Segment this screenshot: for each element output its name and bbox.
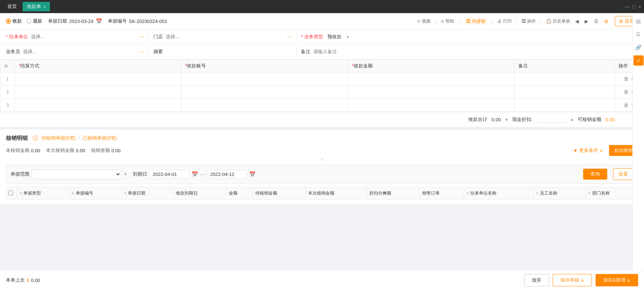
history-link[interactable]: 📋 历史单据 (546, 18, 570, 24)
radio-group: 收款 退款 (6, 18, 42, 24)
sidebar-list-icon[interactable]: ☰ (633, 29, 644, 39)
row3-delete-icon[interactable]: 🗑 (624, 102, 629, 108)
row3-amount[interactable] (348, 99, 514, 112)
table-row: 1 🗑 ⧉ (0, 72, 644, 86)
range-select[interactable] (32, 169, 121, 179)
next-icon[interactable]: ▶ (585, 19, 588, 24)
row2-settlement[interactable] (15, 86, 181, 99)
range-dropdown-icon[interactable]: ▼ (123, 172, 127, 176)
stat-this-verify-label: 本次核销金额 (46, 147, 74, 154)
more-conditions-link[interactable]: ▼ 更多条件 ∧ (573, 147, 603, 154)
row1-remarks[interactable] (514, 72, 614, 86)
save-new-button[interactable]: 保存&新增 ∧ (596, 274, 638, 286)
row1-account[interactable] (181, 72, 348, 86)
staff-ellipsis[interactable]: ··· (140, 48, 144, 55)
bottom-th-this-verify: 本次核销金额 (306, 187, 367, 200)
row1-delete-icon[interactable]: 🗑 (624, 76, 629, 82)
date-end-input[interactable] (207, 170, 247, 179)
footer-info-icon[interactable]: ℹ (27, 278, 29, 283)
main-content: 收款 退款 单据日期 2023-03-24 📅 单据编号 SK-20230324… (0, 13, 644, 290)
store-input[interactable] (164, 32, 284, 41)
select-all-checkbox[interactable] (8, 191, 13, 195)
verify-tab-done[interactable]: 已核销单据(0笔) (83, 134, 117, 142)
verify-title: 核销明细 (6, 135, 28, 142)
maximize-icon[interactable]: □ (633, 4, 636, 9)
footer-hint: 本单上次 ℹ 0.00 (6, 277, 40, 283)
table-gear-icon[interactable]: ⚙ (4, 63, 8, 69)
date-start-input[interactable] (149, 170, 189, 179)
prev-icon[interactable]: ◀ (575, 19, 579, 24)
operations-link[interactable]: ☰ 操作 (522, 18, 536, 24)
row3-account[interactable] (181, 99, 348, 112)
list-view-icon[interactable]: ☰ (594, 19, 598, 24)
total-label: 收款合计 (468, 116, 487, 123)
remarks-input[interactable] (312, 47, 638, 56)
row1-settlement[interactable] (15, 72, 181, 86)
row1-amount[interactable] (348, 72, 514, 86)
stat-diff-label: 核销差额 (91, 147, 110, 154)
sidebar-table-icon[interactable]: ▤ (633, 16, 644, 26)
nav-tab-active[interactable]: 收款单 × (23, 2, 50, 11)
store-ellipsis[interactable]: ··· (287, 34, 292, 40)
toolbar-number-field: 单据编号 SK-20230324-001 (108, 18, 168, 24)
radio-circle-tuikuan (26, 19, 31, 24)
verify-stats: 未核销金额 0.00 本次核销金额 0.00 核销差额 0.00 ▼ 更多条件 … (6, 145, 638, 156)
radio-tuikuan[interactable]: 退款 (26, 18, 42, 24)
search-fields: 单据范围 ▼ 到期日 📅 — 📅 查询 设置 (6, 164, 638, 184)
bottom-th-date: ⇅ 单据日期 (121, 187, 173, 200)
help-link[interactable]: ⊙ 帮助 (441, 18, 454, 24)
print-link[interactable]: 🖨 打印 (497, 18, 511, 24)
row3-remarks[interactable] (514, 99, 614, 112)
date-label: 单据日期 (48, 18, 67, 24)
business-type-dropdown-icon[interactable]: ▼ (346, 35, 350, 39)
video-link[interactable]: ⊙ 视频 (417, 18, 431, 24)
bottom-th-due-date: 收款到期日 (174, 187, 227, 200)
table-section: ⚙ *结算方式 *收款账号 *收款金额 备注 操作 (0, 59, 644, 127)
form-card: 收款 退款 单据日期 2023-03-24 📅 单据编号 SK-20230324… (0, 13, 644, 127)
verify-section: 核销明细 i 待核销单据(0笔) | 已核销单据(0笔) 未核销金额 0.00 … (0, 130, 644, 204)
verify-info-icon[interactable]: i (33, 136, 38, 141)
row3-settlement[interactable] (15, 99, 181, 112)
counterpart-ellipsis[interactable]: ··· (140, 34, 144, 40)
verify-tab-pending[interactable]: 待核销单据(0笔) (42, 134, 76, 142)
nav-tab-home[interactable]: 首页 (3, 2, 21, 11)
window-controls: — □ × (625, 4, 641, 9)
number-label: 单据编号 (108, 18, 127, 24)
query-button[interactable]: 查询 (583, 169, 607, 180)
bottom-table: ⇅ 单据类型 ⇅ 单据编号 ⇅ 单据日期 收款到期日 金额 待核销金额 本次核销… (6, 187, 638, 200)
row2-amount[interactable] (348, 86, 514, 99)
discount-input[interactable] (537, 116, 566, 123)
close-window-icon[interactable]: × (638, 4, 641, 9)
counterpart-input[interactable] (30, 32, 137, 41)
minimize-icon[interactable]: — (625, 4, 630, 9)
sidebar-link-icon[interactable]: 🔗 (633, 42, 644, 52)
toolbar-date-field: 单据日期 2023-03-24 📅 (48, 18, 102, 24)
more-conditions-label: 更多条件 (579, 147, 598, 154)
search-setting-button[interactable]: 设置 (613, 168, 633, 180)
date-end-calendar-icon[interactable]: 📅 (249, 171, 255, 177)
stat-diff-value: 0.00 (111, 148, 121, 153)
sidebar-expand-icon[interactable]: ⤢ (633, 55, 644, 66)
bottom-th-counterpart: ⇅ 往来单位名称 (464, 187, 534, 200)
bottom-th-amount: 金额 (226, 187, 253, 200)
data-table: ⚙ *结算方式 *收款账号 *收款金额 备注 操作 (0, 59, 644, 112)
shortcut-link[interactable]: ☰ 快捷键 (464, 17, 487, 25)
date-start-calendar-icon[interactable]: 📅 (192, 171, 198, 177)
collapse-indicator[interactable]: ∨ (6, 157, 638, 161)
staff-input[interactable] (21, 47, 137, 56)
close-tab-icon[interactable]: × (43, 4, 46, 9)
row2-account[interactable] (181, 86, 348, 99)
row2-remarks[interactable] (514, 86, 614, 99)
verify-tabs: 待核销单据(0笔) | 已核销单据(0笔) (42, 134, 117, 142)
radio-circle-shoukuan (6, 19, 11, 24)
row-num-3: 3 (0, 99, 15, 112)
grid-view-icon[interactable]: ⊞ (604, 19, 608, 24)
summary-input[interactable] (164, 47, 292, 56)
radio-shoukuan[interactable]: 收款 (6, 18, 22, 24)
stat-this-verify: 本次核销金额 0.00 (46, 147, 85, 154)
row2-delete-icon[interactable]: 🗑 (624, 89, 629, 95)
calendar-icon[interactable]: 📅 (96, 18, 102, 24)
discard-button[interactable]: 放弃 (524, 274, 549, 286)
summary-field: 摘要 (153, 47, 292, 56)
save-draft-button[interactable]: 保存草稿 ∧ (553, 274, 592, 286)
